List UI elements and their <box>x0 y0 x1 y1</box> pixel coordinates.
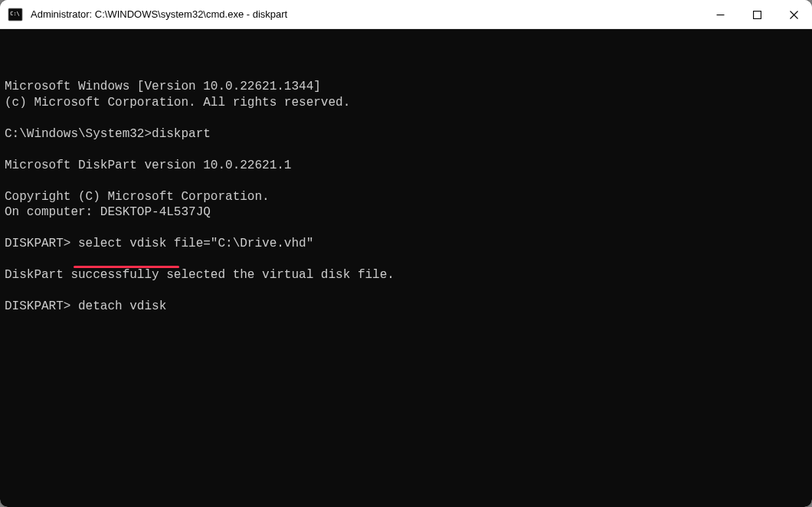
cmd-window: C:\ Administrator: C:\WINDOWS\system32\c… <box>0 0 812 507</box>
terminal-line: Microsoft Windows [Version 10.0.22621.13… <box>5 79 807 94</box>
terminal-line <box>5 283 807 299</box>
terminal-line <box>5 252 807 267</box>
terminal-line <box>5 221 807 236</box>
terminal-line: Copyright (C) Microsoft Corporation. <box>5 189 807 204</box>
terminal-line: Microsoft DiskPart version 10.0.22621.1 <box>5 158 807 173</box>
titlebar[interactable]: C:\ Administrator: C:\WINDOWS\system32\c… <box>0 0 812 29</box>
terminal-line: C:\Windows\System32>diskpart <box>5 126 807 142</box>
terminal-line: DISKPART> detach vdisk <box>5 299 807 314</box>
terminal-line: On computer: DESKTOP-4L537JQ <box>5 204 807 220</box>
terminal-line <box>5 110 807 126</box>
maximize-button[interactable] <box>738 0 775 29</box>
annotation-underline <box>74 266 179 268</box>
terminal-line: DiskPart successfully selected the virtu… <box>5 267 807 283</box>
terminal-line <box>5 142 807 157</box>
close-button[interactable] <box>775 0 812 29</box>
svg-text:C:\: C:\ <box>10 11 20 17</box>
terminal-body[interactable]: Microsoft Windows [Version 10.0.22621.13… <box>0 29 812 507</box>
svg-rect-3 <box>753 11 761 18</box>
window-title: Administrator: C:\WINDOWS\system32\cmd.e… <box>31 8 702 20</box>
minimize-button[interactable] <box>702 0 738 29</box>
cmd-icon: C:\ <box>8 7 23 22</box>
terminal-line: (c) Microsoft Corporation. All rights re… <box>5 95 807 110</box>
window-controls <box>702 0 812 28</box>
terminal-line <box>5 173 807 188</box>
terminal-line: DISKPART> select vdisk file="C:\Drive.vh… <box>5 236 807 251</box>
